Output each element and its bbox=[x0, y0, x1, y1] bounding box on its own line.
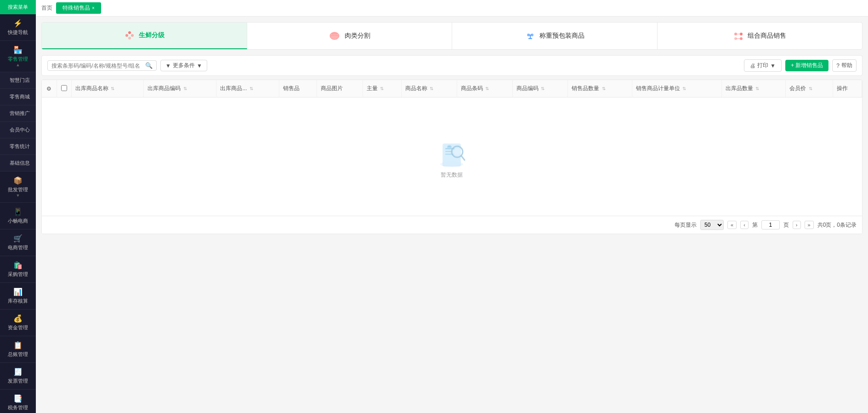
sidebar-item-label: 电商管理 bbox=[8, 244, 28, 251]
prev-page-button[interactable]: ‹ bbox=[740, 221, 749, 229]
svg-rect-18 bbox=[443, 144, 460, 166]
th-checkbox[interactable] bbox=[57, 80, 71, 98]
sidebar-item-inventory[interactable]: 📊 库存核算 bbox=[0, 283, 36, 310]
th-operation: 操作 bbox=[833, 80, 862, 98]
sort-icon[interactable]: ⇅ bbox=[485, 86, 489, 91]
print-button[interactable]: 🖨 打印 ▼ bbox=[744, 59, 782, 72]
table-body: 暂无数据 bbox=[42, 98, 862, 216]
sidebar-item-finance-mgmt[interactable]: 💰 资金管理 bbox=[0, 310, 36, 336]
sidebar-item-label: 总账管理 bbox=[8, 351, 28, 358]
sidebar-item-invoice-mgmt[interactable]: 🧾 发票管理 bbox=[0, 363, 36, 390]
next-page-button[interactable]: › bbox=[793, 221, 801, 229]
sidebar-item-label: 会员中心 bbox=[10, 126, 30, 133]
th-sales-qty: 销售品数量 ⇅ bbox=[568, 80, 632, 98]
invoice-mgmt-icon: 🧾 bbox=[13, 367, 23, 376]
th-out-product-x: 出库商品... ⇅ bbox=[216, 80, 279, 98]
col-label: 商品条码 bbox=[461, 85, 483, 92]
tab-fresh-grade[interactable]: 生鲜分级 bbox=[42, 23, 247, 49]
table-header-row: ⚙ 出库商品名称 ⇅ 出库商品编码 ⇅ bbox=[42, 80, 862, 98]
table-container: ⚙ 出库商品名称 ⇅ 出库商品编码 ⇅ bbox=[41, 80, 862, 234]
sidebar-item-sales-promo[interactable]: 营销推广 bbox=[0, 105, 36, 122]
ecommerce-mgmt-icon: 🛒 bbox=[13, 234, 23, 243]
sidebar-item-retail-mall[interactable]: 零售商城 bbox=[0, 89, 36, 105]
col-label: 商品图片 bbox=[321, 85, 343, 92]
last-page-button[interactable]: » bbox=[805, 221, 814, 229]
sidebar-item-retail-mgmt[interactable]: 🏪 零售管理 ▲ bbox=[0, 41, 36, 72]
tab-combo-sales[interactable]: 组合商品销售 bbox=[658, 23, 862, 49]
sort-icon[interactable]: ⇅ bbox=[183, 86, 187, 91]
tab-meat-cut[interactable]: 肉类分割 bbox=[247, 23, 453, 49]
sidebar-item-mini-program[interactable]: 📱 小畅电商 bbox=[0, 203, 36, 229]
mini-program-icon: 📱 bbox=[13, 207, 23, 216]
active-tab[interactable]: 特殊销售品 × bbox=[56, 2, 101, 14]
purchase-mgmt-icon: 🛍️ bbox=[13, 261, 23, 270]
fresh-grade-icon bbox=[124, 30, 135, 41]
first-page-button[interactable]: « bbox=[727, 221, 737, 229]
help-label: 帮助 bbox=[841, 62, 852, 69]
help-icon: ? bbox=[836, 63, 840, 69]
filter-label: 更多条件 bbox=[173, 62, 195, 69]
col-label: 会员价 bbox=[789, 85, 806, 92]
sort-icon[interactable]: ⇅ bbox=[250, 86, 253, 91]
page-label: 第 bbox=[752, 221, 758, 229]
page-size-select[interactable]: 50 10 20 100 bbox=[700, 220, 724, 230]
sidebar-logo[interactable]: 搜索菜单 bbox=[0, 0, 36, 14]
sidebar-item-label: 基础信息 bbox=[10, 160, 30, 166]
sidebar-item-wholesale-mgmt[interactable]: 📦 批发管理 ▼ bbox=[0, 172, 36, 203]
sort-icon[interactable]: ⇅ bbox=[809, 86, 812, 91]
sort-icon[interactable]: ⇅ bbox=[682, 86, 686, 91]
sort-icon[interactable]: ⇅ bbox=[755, 86, 759, 91]
sidebar-item-smart-store[interactable]: 智慧门店 bbox=[0, 72, 36, 89]
sidebar-item-quick-nav[interactable]: ⚡ 快捷导航 bbox=[0, 14, 36, 41]
help-button[interactable]: ? 帮助 bbox=[832, 59, 857, 72]
sort-icon[interactable]: ⇅ bbox=[380, 86, 384, 91]
sidebar-item-label: 库存核算 bbox=[8, 298, 28, 304]
current-page-input[interactable] bbox=[761, 220, 780, 229]
th-settings[interactable]: ⚙ bbox=[42, 80, 57, 98]
sidebar-item-member-center[interactable]: 会员中心 bbox=[0, 122, 36, 138]
sidebar-item-label: 税务管理 bbox=[8, 404, 28, 411]
tab-meat-cut-label: 肉类分割 bbox=[345, 32, 370, 40]
sidebar-item-purchase-mgmt[interactable]: 🛍️ 采购管理 bbox=[0, 256, 36, 283]
sidebar-logo-text: 搜索菜单 bbox=[2, 4, 34, 11]
empty-state-row: 暂无数据 bbox=[42, 98, 862, 216]
empty-state: 暂无数据 bbox=[42, 98, 862, 216]
breadcrumb-home[interactable]: 首页 bbox=[41, 4, 52, 12]
sidebar-item-tax-mgmt[interactable]: 📑 税务管理 bbox=[0, 390, 36, 413]
sidebar-item-label: 营销推广 bbox=[10, 110, 30, 117]
search-input[interactable] bbox=[51, 63, 143, 69]
th-sales-product: 销售品 bbox=[279, 80, 317, 98]
sidebar-item-ecommerce-mgmt[interactable]: 🛒 电商管理 bbox=[0, 229, 36, 256]
inventory-icon: 📊 bbox=[13, 287, 23, 296]
print-label: 打印 bbox=[757, 62, 768, 69]
th-product-image: 商品图片 bbox=[317, 80, 363, 98]
search-icon[interactable]: 🔍 bbox=[145, 62, 153, 69]
tab-weigh-prepack[interactable]: 称重预包装商品 bbox=[452, 23, 658, 49]
sidebar-item-retail-stats[interactable]: 零售统计 bbox=[0, 138, 36, 155]
sort-icon[interactable]: ⇅ bbox=[430, 86, 433, 91]
add-sales-product-button[interactable]: + 新增销售品 bbox=[785, 60, 828, 71]
add-label: + 新增销售品 bbox=[791, 62, 823, 69]
toolbar: 🔍 ▼ 更多条件 ▼ 🖨 打印 ▼ + 新增销售品 ? bbox=[41, 55, 862, 76]
sidebar-item-label: 资金管理 bbox=[8, 324, 28, 331]
sort-icon[interactable]: ⇅ bbox=[111, 86, 114, 91]
th-out-product-code: 出库商品编码 ⇅ bbox=[144, 80, 216, 98]
weigh-prepack-icon bbox=[525, 30, 536, 41]
sidebar-item-base-info[interactable]: 基础信息 bbox=[0, 155, 36, 172]
select-all-checkbox[interactable] bbox=[61, 85, 67, 91]
sidebar-item-label: 快捷导航 bbox=[8, 29, 28, 36]
th-product-code: 商品编码 ⇅ bbox=[512, 80, 568, 98]
search-box: 🔍 bbox=[47, 60, 157, 71]
sort-icon[interactable]: ⇅ bbox=[541, 86, 545, 91]
wholesale-mgmt-icon: 📦 bbox=[13, 176, 23, 185]
tab-combo-sales-label: 组合商品销售 bbox=[748, 32, 786, 40]
sort-icon[interactable]: ⇅ bbox=[602, 86, 606, 91]
tab-close-icon[interactable]: × bbox=[92, 6, 95, 11]
filter-button[interactable]: ▼ 更多条件 ▼ bbox=[160, 60, 207, 71]
top-bar: 首页 特殊销售品 × bbox=[36, 0, 868, 17]
sidebar-item-general-ledger[interactable]: 📋 总账管理 bbox=[0, 336, 36, 363]
col-label: 出库品数量 bbox=[726, 85, 753, 92]
active-tab-label: 特殊销售品 bbox=[62, 4, 90, 12]
empty-state-cell: 暂无数据 bbox=[42, 98, 862, 216]
page-body: 生鲜分级 肉类分割 称重预包装商品 bbox=[36, 17, 868, 413]
